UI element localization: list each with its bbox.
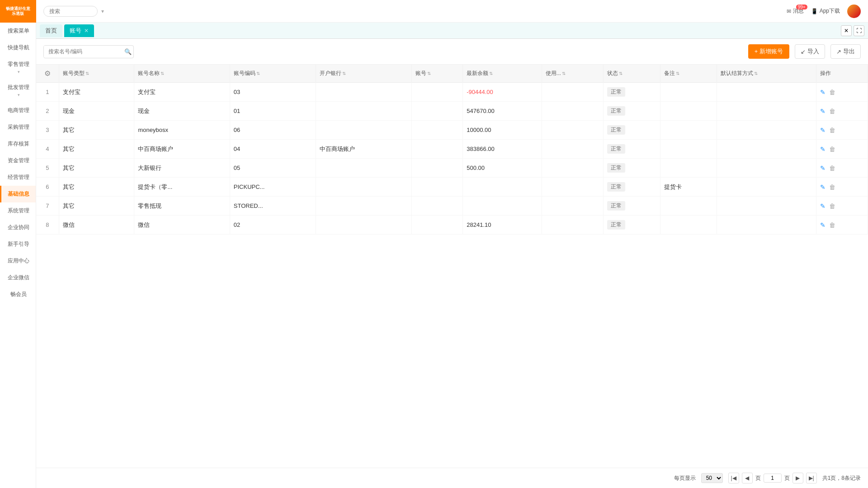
row-account bbox=[411, 83, 462, 102]
tab-account[interactable]: 账号 ✕ bbox=[64, 24, 94, 37]
message-button[interactable]: ✉ 消息 99+ bbox=[787, 7, 804, 15]
sidebar-item-label: 采购管理 bbox=[3, 123, 34, 131]
row-bank bbox=[316, 216, 411, 235]
col-code[interactable]: 账号编码 ⇅ bbox=[230, 65, 316, 83]
sidebar-item-system-mgmt[interactable]: 系统管理 bbox=[0, 202, 36, 219]
sidebar-item-search-menu[interactable]: 搜索菜单 bbox=[0, 23, 36, 39]
search-input[interactable] bbox=[44, 46, 121, 57]
delete-button[interactable]: 🗑 bbox=[829, 127, 835, 134]
row-status: 正常 bbox=[603, 178, 660, 197]
table-row: 4 其它 中百商场账户 04 中百商场账户 383866.00 正常 ✎ 🗑 bbox=[36, 140, 868, 159]
add-account-button[interactable]: + 新增账号 bbox=[748, 44, 789, 59]
row-status: 正常 bbox=[603, 121, 660, 140]
col-name[interactable]: 账号名称 ⇅ bbox=[134, 65, 230, 83]
export-button[interactable]: ↗ 导出 bbox=[830, 44, 861, 59]
content-area: 🔍 + 新增账号 ↙ 导入 ↗ 导出 bbox=[36, 39, 868, 488]
col-type-sort[interactable]: 账号类型 ⇅ bbox=[63, 70, 89, 77]
last-page-button[interactable]: ▶| bbox=[806, 473, 817, 483]
edit-button[interactable]: ✎ bbox=[820, 183, 826, 191]
tab-action-expand[interactable]: ⛶ bbox=[854, 25, 864, 36]
col-remark-sort[interactable]: 备注 ⇅ bbox=[664, 70, 679, 77]
col-status[interactable]: 状态 ⇅ bbox=[603, 65, 660, 83]
col-balance-sort[interactable]: 最新余额 ⇅ bbox=[467, 70, 493, 77]
edit-button[interactable]: ✎ bbox=[820, 221, 826, 229]
col-code-sort[interactable]: 账号编码 ⇅ bbox=[234, 70, 260, 77]
sidebar-item-finance-mgmt[interactable]: 资金管理 bbox=[0, 152, 36, 169]
sidebar-item-ecommerce-mgmt[interactable]: 电商管理 bbox=[0, 102, 36, 119]
add-account-label: + 新增账号 bbox=[755, 47, 783, 56]
sidebar-item-members[interactable]: 畅会员 bbox=[0, 286, 36, 303]
tab-close-icon[interactable]: ✕ bbox=[84, 28, 89, 34]
first-page-button[interactable]: |◀ bbox=[728, 473, 739, 483]
app-download-button[interactable]: 📱 App下载 bbox=[811, 7, 840, 15]
row-status: 正常 bbox=[603, 102, 660, 121]
sidebar-item-label: 系统管理 bbox=[3, 207, 34, 215]
col-default-settle[interactable]: 默认结算方式 ⇅ bbox=[717, 65, 816, 83]
sidebar-item-app-center[interactable]: 应用中心 bbox=[0, 253, 36, 269]
top-search-input[interactable] bbox=[43, 6, 98, 17]
per-page-label: 每页显示 bbox=[674, 474, 696, 482]
sidebar-item-inventory-calc[interactable]: 库存核算 bbox=[0, 136, 36, 152]
import-button[interactable]: ↙ 导入 bbox=[795, 44, 825, 59]
col-status-sort[interactable]: 状态 ⇅ bbox=[607, 70, 623, 77]
delete-button[interactable]: 🗑 bbox=[829, 183, 835, 191]
delete-button[interactable]: 🗑 bbox=[829, 108, 835, 115]
search-icon[interactable]: 🔍 bbox=[121, 46, 134, 58]
page-input[interactable] bbox=[764, 474, 782, 483]
col-bank-sort[interactable]: 开户银行 ⇅ bbox=[320, 70, 346, 77]
sidebar-item-basic-info[interactable]: 基础信息 bbox=[0, 186, 36, 202]
user-avatar[interactable] bbox=[847, 5, 861, 18]
sidebar-item-label: 资金管理 bbox=[3, 157, 34, 164]
tab-home[interactable]: 首页 bbox=[40, 24, 62, 37]
edit-button[interactable]: ✎ bbox=[820, 164, 826, 172]
sidebar-item-wholesale-mgmt[interactable]: 批发管理 ▾ bbox=[0, 79, 36, 102]
delete-button[interactable]: 🗑 bbox=[829, 89, 835, 96]
sidebar-item-corp-agreement[interactable]: 企业协同 bbox=[0, 219, 36, 236]
col-type[interactable]: 账号类型 ⇅ bbox=[59, 65, 134, 83]
edit-button[interactable]: ✎ bbox=[820, 108, 826, 115]
settings-icon[interactable]: ⚙ bbox=[44, 70, 51, 77]
table-header-row: ⚙ 账号类型 ⇅ 账号名称 ⇅ bbox=[36, 65, 868, 83]
col-account[interactable]: 账号 ⇅ bbox=[411, 65, 462, 83]
edit-button[interactable]: ✎ bbox=[820, 127, 826, 134]
delete-button[interactable]: 🗑 bbox=[829, 164, 835, 172]
accounts-table: ⚙ 账号类型 ⇅ 账号名称 ⇅ bbox=[36, 65, 868, 235]
delete-button[interactable]: 🗑 bbox=[829, 145, 835, 153]
row-status: 正常 bbox=[603, 140, 660, 159]
tab-action-close[interactable]: ✕ bbox=[841, 25, 852, 36]
col-bank[interactable]: 开户银行 ⇅ bbox=[316, 65, 411, 83]
table-row: 8 微信 微信 02 28241.10 正常 ✎ 🗑 bbox=[36, 216, 868, 235]
tab-home-label: 首页 bbox=[45, 27, 57, 35]
sidebar-item-quick-nav[interactable]: 快捷导航 bbox=[0, 39, 36, 56]
per-page-select[interactable]: 50 bbox=[701, 473, 723, 483]
tab-bar-actions: ✕ ⛶ bbox=[841, 25, 864, 36]
next-page-button[interactable]: ▶ bbox=[793, 473, 803, 483]
col-default-settle-sort[interactable]: 默认结算方式 ⇅ bbox=[721, 70, 758, 77]
prev-page-button[interactable]: ◀ bbox=[742, 473, 753, 483]
col-name-sort[interactable]: 账号名称 ⇅ bbox=[138, 70, 164, 77]
sidebar-item-label: 零售管理 bbox=[3, 61, 34, 68]
row-usage bbox=[542, 102, 603, 121]
delete-button[interactable]: 🗑 bbox=[829, 202, 835, 210]
col-account-sort[interactable]: 账号 ⇅ bbox=[415, 70, 431, 77]
row-actions: ✎ 🗑 bbox=[816, 159, 868, 178]
row-actions: ✎ 🗑 bbox=[816, 178, 868, 197]
delete-button[interactable]: 🗑 bbox=[829, 221, 835, 229]
sidebar-item-corp-wechat[interactable]: 企业微信 bbox=[0, 269, 36, 286]
sidebar-item-ops-mgmt[interactable]: 经营管理 bbox=[0, 169, 36, 186]
edit-button[interactable]: ✎ bbox=[820, 145, 826, 153]
col-balance[interactable]: 最新余额 ⇅ bbox=[463, 65, 542, 83]
col-settings[interactable]: ⚙ bbox=[36, 65, 59, 83]
top-search-dropdown-icon[interactable]: ▾ bbox=[101, 8, 104, 14]
sidebar-item-purchase-mgmt[interactable]: 采购管理 bbox=[0, 119, 36, 136]
edit-button[interactable]: ✎ bbox=[820, 89, 826, 96]
sidebar-item-new-guide[interactable]: 新手引导 bbox=[0, 236, 36, 253]
col-remark[interactable]: 备注 ⇅ bbox=[660, 65, 717, 83]
row-actions: ✎ 🗑 bbox=[816, 83, 868, 102]
col-usage[interactable]: 使用... ⇅ bbox=[542, 65, 603, 83]
edit-button[interactable]: ✎ bbox=[820, 202, 826, 210]
row-bank bbox=[316, 121, 411, 140]
col-usage-sort[interactable]: 使用... ⇅ bbox=[546, 70, 566, 77]
sidebar-item-retail-mgmt[interactable]: 零售管理 ▾ bbox=[0, 56, 36, 79]
header-right: ✉ 消息 99+ 📱 App下载 bbox=[787, 5, 861, 18]
